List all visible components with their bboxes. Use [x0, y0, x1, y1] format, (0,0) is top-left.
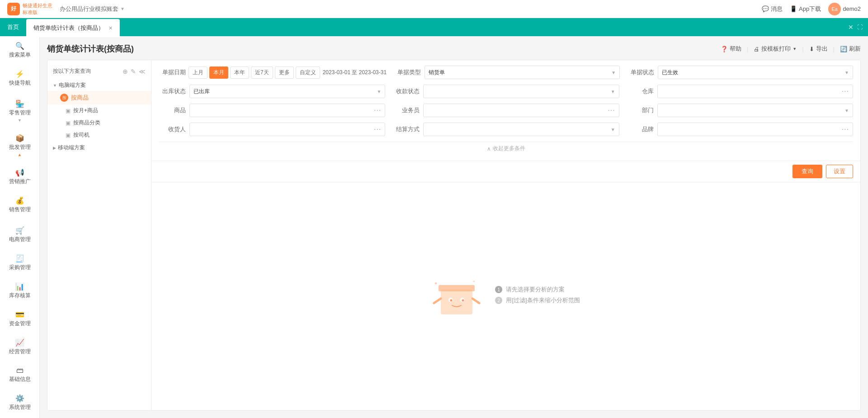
export-button[interactable]: ⬇ 导出 — [809, 45, 828, 53]
sidebar-item-ecommerce[interactable]: 🛒 电商管理 — [0, 221, 39, 249]
filter-group-department: 部门 ▼ — [627, 104, 853, 117]
recipient-dots[interactable]: ··· — [374, 125, 381, 133]
sidebar-item-basic[interactable]: 🗃 基础信息 — [0, 361, 39, 389]
sidebar-item-retail[interactable]: 🏪 零售管理 ▼ — [0, 94, 39, 128]
collapse-panel-button[interactable]: ≪ — [139, 68, 146, 75]
pc-section-expand-icon: ▼ — [53, 83, 57, 88]
sidebar-item-sales[interactable]: 💰 销售管理 — [0, 191, 39, 219]
right-panel: 单据日期 上月 本月 本年 近7天 更多 自定义 2023-03-01 至 20… — [151, 60, 860, 410]
ecommerce-icon: 🛒 — [2, 226, 38, 235]
salesperson-input[interactable]: ··· — [423, 104, 619, 117]
logo-area: 好 畅捷通好生意 标准版 — [7, 2, 52, 15]
out-status-arrow: ▼ — [377, 89, 381, 94]
export-label: 导出 — [816, 45, 828, 53]
sidebar-item-wholesale[interactable]: 📦 批发管理 ▲ — [0, 128, 39, 163]
action-bar: 查询 设置 — [151, 161, 860, 182]
warehouse-input[interactable]: ··· — [657, 85, 853, 98]
date-custom-btn[interactable]: 自定义 — [296, 66, 320, 79]
sidebar-item-quick-nav[interactable]: ⚡ 快捷导航 — [0, 64, 39, 92]
settlement-input[interactable]: ▼ — [423, 123, 619, 136]
top-bar-right: 💬 消息 📱 App下载 Ea demo2 — [762, 3, 861, 15]
tab-close-icon[interactable]: ✕ — [108, 25, 113, 31]
scheme-item-by-driver[interactable]: ▣ 按司机 — [47, 129, 151, 141]
close-window-icon[interactable]: ✕ — [848, 24, 854, 31]
doc-type-label: 单据类型 — [394, 68, 421, 76]
export-icon: ⬇ — [809, 46, 814, 52]
workspace-chevron: ▼ — [120, 6, 125, 11]
filter-group-brand: 品牌 ··· — [627, 123, 853, 136]
date-this-year-btn[interactable]: 本年 — [230, 66, 249, 79]
hint-2-bullet: 2 — [495, 297, 502, 304]
date-this-month-btn[interactable]: 本月 — [209, 66, 228, 79]
empty-hint-2: 2 用[过滤]条件来缩小分析范围 — [495, 296, 580, 304]
help-label: 帮助 — [730, 45, 741, 53]
date-last7-btn[interactable]: 近7天 — [251, 66, 273, 79]
sidebar-item-inventory[interactable]: 📊 库存核算 — [0, 277, 39, 305]
app-download-icon: 📱 — [790, 5, 797, 12]
search-icon: 🔍 — [2, 42, 38, 50]
wholesale-icon: 📦 — [2, 134, 38, 142]
empty-illustration: ✦ ✦ — [432, 274, 481, 319]
hint-1-bullet: 1 — [495, 286, 502, 293]
department-input[interactable]: ▼ — [657, 104, 853, 117]
app-download-button[interactable]: 📱 App下载 — [790, 5, 821, 13]
sidebar-item-marketing[interactable]: 📢 营销推广 — [0, 163, 39, 191]
out-status-input[interactable]: 已出库 ▼ — [189, 85, 385, 98]
workspace-selector[interactable]: 办公用品行业模拟账套 ▼ — [56, 5, 128, 13]
tab-maximise-area: ✕ ⛶ — [848, 24, 868, 31]
recipient-input[interactable]: ··· — [189, 123, 385, 136]
filter-row-1: 单据日期 上月 本月 本年 近7天 更多 自定义 2023-03-01 至 20… — [159, 66, 853, 79]
edit-scheme-button[interactable]: ✎ — [131, 68, 136, 75]
operation-icon: 📈 — [2, 338, 38, 347]
warehouse-dots[interactable]: ··· — [842, 87, 849, 95]
brand-dots[interactable]: ··· — [842, 125, 849, 133]
filter-group-doc-type: 单据类型 销货单 ▼ — [394, 66, 620, 79]
message-icon: 💬 — [762, 5, 769, 12]
doc-status-input[interactable]: 已生效 ▼ — [658, 66, 853, 79]
sidebar-item-operation[interactable]: 📈 经营管理 — [0, 333, 39, 361]
settings-button[interactable]: 设置 — [826, 165, 853, 178]
scheme-section-mobile: ▶ 移动端方案 — [47, 142, 151, 153]
scheme-sub-icon-3: ▣ — [66, 132, 71, 138]
salesperson-dots[interactable]: ··· — [608, 106, 615, 114]
filter-group-out-status: 出库状态 已出库 ▼ — [159, 85, 385, 98]
scheme-item-by-product[interactable]: 按 按商品 — [47, 91, 151, 104]
scheme-section-pc-header[interactable]: ▼ 电脑端方案 — [47, 80, 151, 91]
date-range-value: 2023-03-01 至 2023-03-31 — [323, 69, 387, 76]
scheme-section-mobile-header[interactable]: ▶ 移动端方案 — [47, 142, 151, 153]
left-panel-actions: ⊕ ✎ ≪ — [123, 68, 146, 75]
product-input[interactable]: ··· — [189, 104, 385, 117]
brand-input[interactable]: ··· — [657, 123, 853, 136]
settlement-label: 结算方式 — [392, 125, 420, 133]
expand-window-icon[interactable]: ⛶ — [857, 24, 863, 30]
sidebar-item-system[interactable]: ⚙️ 系统管理 — [0, 389, 39, 417]
user-menu[interactable]: Ea demo2 — [828, 3, 861, 15]
sidebar-item-search-menu[interactable]: 🔍 搜索菜单 — [0, 36, 39, 64]
refresh-button[interactable]: 🔄 刷新 — [840, 45, 861, 53]
tab-sales-stat[interactable]: 销货单统计计表（按商品） ✕ — [26, 19, 120, 37]
template-print-button[interactable]: 🖨 按模板打印 ▼ — [754, 45, 797, 53]
department-label: 部门 — [627, 106, 654, 114]
query-button[interactable]: 查询 — [793, 165, 822, 178]
date-more-btn[interactable]: 更多 — [275, 66, 294, 79]
filter-group-recipient: 收货人 ··· — [159, 123, 385, 136]
date-last-month-btn[interactable]: 上月 — [189, 66, 208, 79]
sales-icon: 💰 — [2, 196, 38, 205]
tab-home[interactable]: 首页 — [0, 18, 26, 36]
message-button[interactable]: 💬 消息 — [762, 5, 783, 13]
sidebar-item-finance[interactable]: 💳 资金管理 — [0, 305, 39, 333]
collapse-bar[interactable]: ∧ 收起更多条件 — [159, 142, 853, 155]
help-button[interactable]: ❓ 帮助 — [721, 45, 741, 53]
scheme-item-by-category[interactable]: ▣ 按商品分类 — [47, 117, 151, 129]
product-dots[interactable]: ··· — [374, 106, 381, 114]
add-scheme-button[interactable]: ⊕ — [123, 68, 128, 75]
scheme-sub-label-3: 按司机 — [73, 131, 90, 139]
scheme-section-pc: ▼ 电脑端方案 按 按商品 ▣ 按月+商品 ▣ — [47, 80, 151, 141]
scheme-item-by-month-product[interactable]: ▣ 按月+商品 — [47, 104, 151, 117]
print-icon: 🖨 — [754, 46, 760, 52]
mobile-section-expand-icon: ▶ — [53, 146, 56, 150]
doc-type-input[interactable]: 销货单 ▼ — [425, 66, 620, 79]
marketing-icon: 📢 — [2, 168, 38, 177]
sidebar-item-purchase[interactable]: 🧾 采购管理 — [0, 249, 39, 277]
receipt-status-input[interactable]: ▼ — [423, 85, 619, 98]
